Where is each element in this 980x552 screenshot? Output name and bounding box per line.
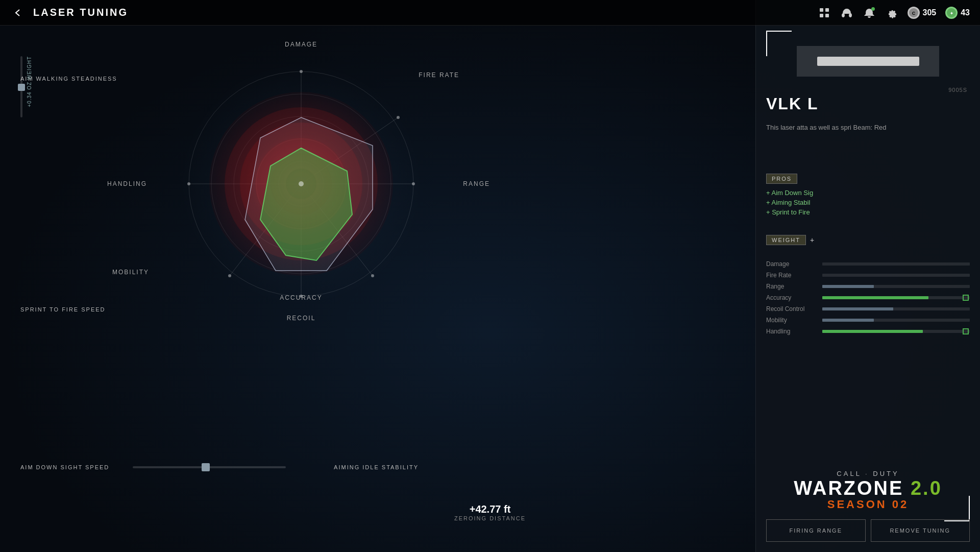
aim-down-sight-label: AIM DOWN SIGHT SPEED [20, 464, 122, 470]
svg-rect-2 [820, 14, 823, 17]
weight-badge: WEIGHT [766, 235, 806, 245]
stat-row-range: Range [766, 283, 970, 290]
pro-item-2: + Aiming Stabil [766, 199, 970, 206]
weapon-description: This laser atta as well as spri Beam: Re… [766, 123, 970, 133]
weight-text: +0.34 OZ WEIGHT [27, 56, 32, 107]
pro-item-1: + Aim Down Sig [766, 189, 970, 197]
pros-section: PROS + Aim Down Sig + Aiming Stabil + Sp… [766, 174, 970, 218]
warzone-logo: CALL · DUTY WARZONE 2.0 SEASON 02 [766, 470, 970, 511]
stat-row-firerate: Fire Rate [766, 272, 970, 279]
bell-icon[interactable] [863, 6, 876, 19]
stat-row-damage: Damage [766, 260, 970, 268]
notification-dot [871, 7, 875, 11]
fire-rate-label: FIRE RATE [419, 71, 459, 79]
stat-row-handling: Handling [766, 328, 970, 335]
call-duty-label: CALL [837, 470, 861, 477]
weight-badge-row: WEIGHT + [766, 235, 814, 245]
stat-fill-mobility [822, 319, 874, 322]
cod-icon: C [908, 7, 920, 19]
season-text: SEASON 02 [766, 498, 970, 511]
aim-walking-track[interactable] [20, 56, 22, 117]
mobility-label: MOBILITY [112, 269, 149, 276]
cp-value: 43 [961, 8, 970, 17]
stat-row-accuracy: Accuracy [766, 294, 970, 301]
stat-name-range: Range [766, 283, 817, 290]
stat-track-accuracy [822, 296, 970, 299]
stat-track-firerate [822, 274, 970, 277]
back-button[interactable] [10, 5, 26, 20]
cp-icon: ✦ [945, 7, 958, 19]
weapon-thumbnail [797, 46, 939, 77]
duty-label: DUTY [873, 470, 899, 477]
radar-area: DAMAGE FIRE RATE RANGE ACCURACY RECOIL M… [102, 41, 500, 327]
weapon-name: VLK L [766, 94, 818, 113]
call-duty-dot: · [865, 470, 869, 477]
accuracy-label: ACCURACY [280, 294, 322, 301]
firing-range-button[interactable]: FIRING RANGE [766, 519, 866, 542]
top-bar: LASER TUNING [0, 0, 980, 26]
aim-down-sight-track[interactable] [133, 466, 286, 468]
range-label: RANGE [463, 180, 490, 187]
stat-track-handling [822, 330, 970, 333]
damage-label: DAMAGE [285, 41, 317, 48]
weapon-code: 9005S [948, 87, 967, 93]
stat-row-mobility: Mobility [766, 317, 970, 324]
stat-row-recoil: Recoil Control [766, 305, 970, 313]
svg-rect-5 [849, 14, 851, 17]
warzone-label: WARZONE [794, 477, 911, 499]
pros-badge: PROS [766, 174, 797, 184]
aim-down-sight-thumb[interactable] [202, 463, 210, 471]
warzone-text: WARZONE 2.0 [766, 478, 970, 498]
svg-rect-0 [820, 8, 823, 12]
zeroing-label: ZEROING DISTANCE [454, 515, 526, 521]
stat-marker-accuracy [963, 295, 969, 301]
zeroing-value: +42.77 ft [454, 503, 526, 515]
settings-icon[interactable] [885, 6, 898, 19]
stat-track-recoil [822, 307, 970, 310]
stat-fill-recoil [822, 307, 893, 310]
pro-item-3: + Sprint to Fire [766, 208, 970, 216]
stat-name-mobility: Mobility [766, 317, 817, 324]
bottom-buttons: FIRING RANGE REMOVE TUNING [766, 519, 970, 542]
pros-list: + Aim Down Sig + Aiming Stabil + Sprint … [766, 189, 970, 216]
stat-fill-handling [822, 330, 923, 333]
currency-cod-group: C 305 [908, 7, 937, 19]
headphones-icon[interactable] [840, 6, 853, 19]
stat-name-accuracy: Accuracy [766, 294, 817, 301]
remove-tuning-button[interactable]: REMOVE TUNING [871, 519, 970, 542]
svg-rect-1 [825, 8, 829, 12]
sprint-label: SPRINT TO FIRE SPEED [20, 306, 106, 313]
weight-plus: + [810, 236, 814, 244]
aim-walking-thumb[interactable] [18, 84, 25, 91]
right-panel: 9005S VLK L This laser atta as well as s… [755, 0, 980, 552]
stat-name-handling: Handling [766, 328, 817, 335]
svg-rect-4 [842, 14, 844, 17]
cod-value: 305 [923, 8, 937, 17]
radar-labels: DAMAGE FIRE RATE RANGE ACCURACY RECOIL M… [102, 41, 500, 327]
stat-fill-accuracy [822, 296, 928, 299]
currency-cp-group: ✦ 43 [945, 7, 970, 19]
stat-name-recoil: Recoil Control [766, 305, 817, 313]
stat-track-damage [822, 262, 970, 266]
grid-icon[interactable] [818, 6, 831, 19]
corner-bracket-tl [766, 31, 792, 56]
warzone-2-label: 2.0 [911, 477, 942, 499]
top-bar-right: C 305 ✦ 43 [818, 6, 970, 19]
bottom-sliders: AIM DOWN SIGHT SPEED AIMING IDLE STABILI… [20, 464, 470, 481]
recoil-label: RECOIL [287, 315, 316, 322]
stats-section: Damage Fire Rate Range Accuracy [766, 260, 970, 339]
page-title: LASER TUNING [33, 7, 128, 18]
stat-name-firerate: Fire Rate [766, 272, 817, 279]
left-panel: +0.34 OZ WEIGHT [20, 41, 82, 117]
stat-name-damage: Damage [766, 260, 817, 268]
zeroing-distance-area: +42.77 ft ZEROING DISTANCE [454, 503, 526, 521]
svg-text:C: C [912, 11, 915, 16]
handling-label: HANDLING [107, 180, 147, 187]
stat-track-mobility [822, 319, 970, 322]
svg-rect-3 [825, 14, 829, 17]
svg-text:✦: ✦ [950, 11, 953, 16]
aiming-idle-label: AIMING IDLE STABILITY [316, 464, 419, 470]
aim-walking-slider-container: +0.34 OZ WEIGHT [20, 56, 82, 117]
call-duty-text: CALL · DUTY [766, 470, 970, 477]
aim-down-sight-row: AIM DOWN SIGHT SPEED AIMING IDLE STABILI… [20, 464, 470, 470]
